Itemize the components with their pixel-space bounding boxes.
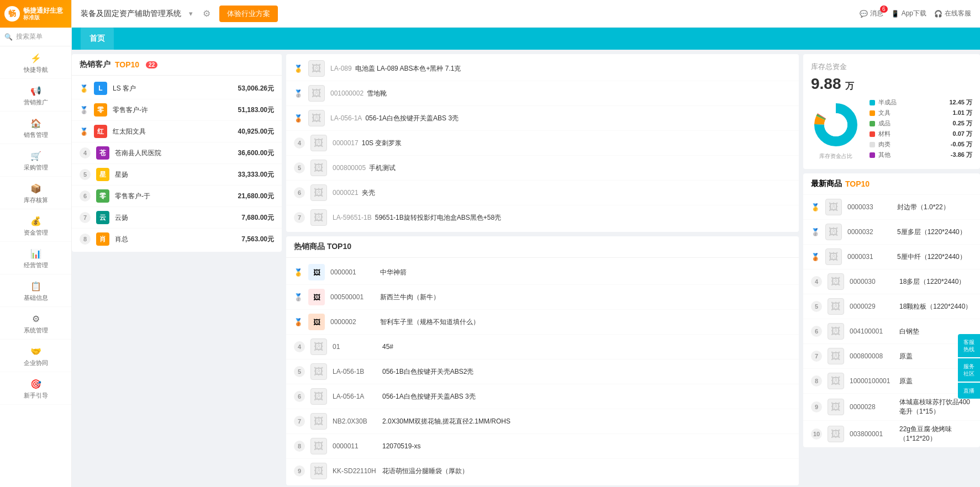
rank-num: 5 — [294, 366, 305, 377]
customer-rank-item: 7 云 云扬 7,680.00元 — [72, 207, 282, 229]
logo-icon: 畅 — [4, 6, 20, 22]
product-img-placeholder: 🖼 — [828, 373, 844, 389]
hot-product-right-item: 5 🖼 000800005手机测试 — [286, 156, 799, 181]
hot-product-item: 9 🖼 KK-SD22110H 花语萌恒温分腿睡袋（厚款） — [286, 459, 799, 483]
dropdown-arrow-icon[interactable]: ▾ — [189, 9, 193, 18]
sidebar-item-system[interactable]: ⚙系统管理 — [0, 307, 71, 340]
newest-product-title: 最新商品 — [811, 179, 842, 189]
sidebar-item-inventory[interactable]: 📦库存核算 — [0, 177, 71, 209]
medal-icon: 🥇 — [811, 203, 820, 211]
hot-product-item: 5 🖼 LA-056-1B 056-1B白色按键开关壳ABS2壳 — [286, 359, 799, 384]
product-code: 0000029 — [850, 303, 894, 310]
product-img: 🖼 — [308, 264, 325, 280]
legend-label: 成品 — [878, 119, 950, 128]
sidebar-item-purchase[interactable]: 🛒采购管理 — [0, 144, 71, 177]
product-img-placeholder: 🖼 — [310, 438, 327, 454]
product-name: 花语萌恒温分腿睡袋（厚款） — [382, 467, 791, 476]
legend-value: 0.25 万 — [953, 119, 972, 128]
topbar-actions: 💬 消息 6 📱 App下载 🎧 在线客服 — [860, 9, 971, 18]
product-name: 18颗粒板（1220*2440） — [899, 302, 972, 311]
search-menu[interactable]: 🔍 搜索菜单 — [0, 28, 71, 46]
newest-product-item: 🥈 🖼 0000032 5厘多层（1220*2440） — [803, 219, 980, 244]
donut-chart: 库存资金占比 — [811, 100, 861, 160]
hot-product-item: 6 🖼 LA-056-1A 056-1A白色按键开关盖ABS 3壳 — [286, 384, 799, 409]
product-img-placeholder: 🖼 — [828, 298, 844, 315]
hot-product-list: 🥇 🖼 0000001 中华神箭 🥈 🖼 000500001 新西兰牛肉（新牛）… — [286, 258, 799, 485]
online-service-action[interactable]: 🎧 在线客服 — [934, 9, 971, 18]
product-name: 056-1B白色按键开关壳ABS2壳 — [382, 367, 791, 377]
try-btn[interactable]: 体验行业方案 — [219, 6, 278, 22]
system-icon: ⚙ — [32, 314, 40, 324]
sidebar-item-sales[interactable]: 🏠销售管理 — [0, 112, 71, 144]
rank-num: 4 — [294, 341, 305, 352]
legend-dot — [870, 100, 875, 105]
logo-text: 畅捷通好生意 标准版 — [23, 7, 63, 21]
product-img-placeholder: 🖼 — [310, 413, 327, 430]
sidebar-item-quick-nav[interactable]: ⚡快捷导航 — [0, 46, 71, 79]
message-icon: 💬 — [860, 10, 868, 18]
newest-product-item: 🥇 🖼 0000033 封边带（1.0*22） — [803, 194, 980, 219]
finance-icon: 💰 — [30, 216, 41, 226]
sidebar-item-enterprise[interactable]: 🤝企业协同 — [0, 340, 71, 372]
product-code: 003800001 — [850, 430, 894, 438]
customer-amount: 7,563.00元 — [241, 235, 274, 244]
product-name: 12070519-xs — [382, 442, 791, 450]
inventory-label: 库存核算 — [24, 196, 48, 204]
customer-name: 肖总 — [115, 235, 236, 244]
product-name: 封边带（1.0*22） — [897, 203, 972, 212]
sidebar-item-operation[interactable]: 📊经营管理 — [0, 242, 71, 274]
float-btn-1[interactable]: 服务 社区 — [958, 358, 980, 382]
newest-product-item: 7 🖼 000800008 原盖 — [803, 343, 980, 368]
sidebar-item-basic-info[interactable]: 📋基础信息 — [0, 274, 71, 307]
rank-num: 8 — [811, 375, 822, 387]
legend-dot — [870, 142, 875, 147]
inventory-icon: 📦 — [30, 183, 41, 194]
inventory-chart-label: 库存资金占比 — [811, 152, 861, 160]
system-title: 装备及固定资产辅助管理系统 — [81, 9, 181, 19]
medal-icon: 🥈 — [80, 106, 88, 114]
product-img-placeholder: 🖼 — [310, 388, 327, 405]
medal-icon: 🥇 — [294, 65, 303, 73]
message-action[interactable]: 💬 消息 6 — [860, 9, 883, 18]
customer-avatar: 零 — [94, 103, 107, 117]
product-info: 0000021夹壳 — [333, 188, 791, 198]
sidebar-item-finance[interactable]: 💰资金管理 — [0, 209, 71, 242]
medal-icon: 🥉 — [80, 128, 88, 136]
rank-num: 7 — [811, 351, 822, 362]
float-buttons: 客服 热线服务 社区直播 — [958, 334, 980, 399]
legend-dot — [870, 152, 875, 158]
customer-avatar: 红 — [94, 125, 107, 138]
sales-label: 销售管理 — [24, 131, 48, 139]
float-btn-0[interactable]: 客服 热线 — [958, 334, 980, 357]
purchase-icon: 🛒 — [30, 151, 41, 161]
rank-num: 9 — [811, 401, 822, 412]
product-code: 0000033 — [847, 203, 892, 211]
customer-avatar: 星 — [96, 168, 109, 181]
rank-num: 10 — [811, 428, 822, 440]
app-download-action[interactable]: 📱 App下载 — [891, 9, 926, 18]
legend-label: 文具 — [878, 109, 950, 117]
medal-icon: 🥉 — [294, 318, 303, 326]
legend-dot — [870, 110, 875, 116]
hot-product-item: 4 🖼 01 45# — [286, 335, 799, 359]
product-img-placeholder: 🖼 — [308, 60, 325, 77]
product-img-placeholder: 🖼 — [828, 348, 844, 364]
product-img-placeholder: 🖼 — [310, 209, 327, 226]
home-tab[interactable]: 首页 — [81, 28, 114, 50]
sidebar-item-marketing[interactable]: 📢营销推广 — [0, 79, 71, 112]
customer-amount: 36,600.00元 — [238, 149, 274, 158]
product-img: 🖼 — [308, 289, 325, 305]
settings-icon[interactable]: ⚙ — [203, 8, 210, 19]
product-img-placeholder: 🖼 — [310, 135, 327, 151]
customer-amount: 33,333.00元 — [238, 170, 274, 179]
product-code: LA-056-1B — [333, 368, 377, 375]
legend-item: 肉类 -0.05 万 — [870, 140, 972, 149]
basic-info-label: 基础信息 — [24, 294, 48, 302]
sidebar-item-guide[interactable]: 🎯新手引导 — [0, 372, 71, 405]
customer-count-badge: 22 — [146, 61, 157, 68]
float-btn-2[interactable]: 直播 — [958, 383, 980, 399]
product-img-placeholder: 🖼 — [310, 338, 327, 355]
customer-name: 云扬 — [115, 213, 236, 223]
legend-value: -0.05 万 — [951, 140, 972, 149]
product-name: 体城嘉枝味苏打饮品400毫升（1*15） — [899, 398, 972, 416]
